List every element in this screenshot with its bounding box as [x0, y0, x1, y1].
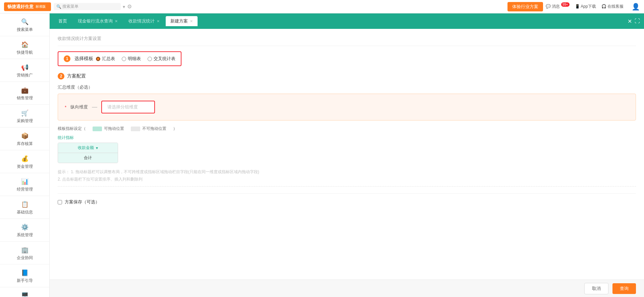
indicator-legend: 模板指标设定（ 可拖动位置 不可拖动位置 ） — [58, 126, 636, 132]
sidebar-item-system[interactable]: ⚙️ 系统管理 — [0, 219, 49, 242]
sidebar-label-finance: 资金管理 — [17, 164, 33, 169]
tab-home[interactable]: 首页 — [54, 16, 72, 26]
tab-receipts-close[interactable]: ✕ — [157, 19, 160, 23]
tab-cashflow[interactable]: 现金银行流水查询 ✕ — [73, 16, 122, 26]
tab-cashflow-label: 现金银行流水查询 — [78, 18, 113, 24]
tip1: 提示： 1. 拖动标题栏可以调整布局，不可跨维度或指标区域拖动栏目字段(只能在同… — [58, 168, 636, 176]
sidebar-item-enterprise[interactable]: 🏢 企业协同 — [0, 242, 49, 264]
page-inner: 收款情况统计方案设置 1 选择模板 汇总表 明细表 — [50, 29, 644, 280]
radio-detail-label: 明细表 — [128, 56, 141, 62]
hardware-icon: 🖥️ — [21, 292, 29, 297]
sidebar-label-guide: 新手引导 — [17, 278, 33, 284]
template-radio-group: 汇总表 明细表 交叉统计表 — [96, 56, 175, 62]
sidebar-item-finance[interactable]: 💰 资金管理 — [0, 150, 49, 173]
radio-summary[interactable]: 汇总表 — [96, 56, 115, 62]
service-btn[interactable]: 🎧 在线客服 — [601, 4, 624, 9]
window-close-icon[interactable]: ✕ — [628, 18, 632, 24]
non-draggable-box — [131, 127, 140, 131]
sidebar-item-basic[interactable]: 📋 基础信息 — [0, 196, 49, 219]
cancel-button[interactable]: 取消 — [584, 283, 608, 294]
guide-icon: 📘 — [21, 269, 29, 277]
tips-section: 提示： 1. 拖动标题栏可以调整布局，不可跨维度或指标区域拖动栏目字段(只能在同… — [58, 168, 636, 183]
page-content: 收款情况统计方案设置 1 选择模板 汇总表 明细表 — [50, 29, 644, 280]
indicator-title: 统计指标 — [58, 135, 636, 141]
indicator-title-text: 统计指标 — [58, 135, 74, 140]
step2-number: 2 — [58, 73, 64, 80]
message-btn[interactable]: 💬 消息 99+ — [546, 4, 570, 9]
tab-new-plan[interactable]: 新建方案 ✕ — [166, 16, 198, 26]
sidebar-item-sales[interactable]: 💼 销售管理 — [0, 82, 49, 105]
tab-cashflow-close[interactable]: ✕ — [115, 19, 118, 23]
sidebar-item-hardware[interactable]: 🖥️ 智能硬件 — [0, 287, 49, 297]
tip2-text: 2. 点击标题栏下拉可设置排序、插入列和删除列 — [58, 177, 143, 182]
download-btn[interactable]: 📱 App下载 — [575, 4, 596, 9]
close-bracket: ） — [173, 126, 177, 132]
inventory-icon: 📦 — [21, 132, 29, 140]
template-section: 1 选择模板 汇总表 明细表 交叉统计表 — [58, 51, 181, 66]
indicator-dropdown-icon[interactable]: ▾ — [96, 146, 98, 150]
sidebar-item-search[interactable]: 🔍 搜索菜单 — [0, 13, 49, 36]
logo-sub: 标准版 — [36, 4, 46, 9]
sidebar-item-guide[interactable]: 📘 新手引导 — [0, 264, 49, 287]
sidebar-item-marketing[interactable]: 📢 营销推广 — [0, 59, 49, 82]
search-box[interactable]: 🔍 搜索菜单 — [54, 3, 121, 10]
dropdown-icon[interactable]: ▾ — [123, 4, 125, 9]
draggable-label: 可拖动位置 — [104, 126, 124, 132]
tab-bar-right: ✕ ⛶ — [628, 18, 640, 24]
radio-summary-input[interactable] — [96, 57, 100, 61]
search-placeholder: 搜索菜单 — [62, 4, 78, 9]
tab-receipts[interactable]: 收款情况统计 ✕ — [124, 16, 164, 26]
finance-icon: 💰 — [21, 155, 29, 162]
dimension-placeholder: 请选择分组维度 — [107, 104, 138, 110]
dimension-label: 汇总维度（必选） — [58, 84, 636, 90]
logo-text: 畅捷通好生意 — [7, 4, 34, 10]
sidebar-item-management[interactable]: 📊 经营管理 — [0, 173, 49, 196]
window-maximize-icon[interactable]: ⛶ — [635, 18, 640, 24]
sidebar-item-inventory[interactable]: 📦 库存核算 — [0, 128, 49, 150]
tip1-text: 1. 拖动标题栏可以调整布局，不可跨维度或指标区域拖动栏目字段(只能在同一维度或… — [71, 169, 259, 174]
sidebar-label-purchase: 采购管理 — [17, 118, 33, 124]
query-button[interactable]: 查询 — [612, 283, 636, 294]
user-avatar[interactable]: 👤 — [632, 3, 640, 11]
tab-bar: 首页 现金银行流水查询 ✕ 收款情况统计 ✕ 新建方案 ✕ ✕ ⛶ — [50, 13, 644, 29]
sidebar-item-home[interactable]: 🏠 快捷导航 — [0, 36, 49, 59]
sidebar-label-home: 快捷导航 — [17, 50, 33, 55]
step1-number: 1 — [64, 55, 70, 62]
settings-icon[interactable]: ⚙ — [127, 3, 132, 10]
radio-detail[interactable]: 明细表 — [122, 56, 141, 62]
management-icon: 📊 — [21, 178, 29, 185]
indicator-config-label: 模板指标设定（ — [58, 126, 86, 132]
radio-summary-label: 汇总表 — [102, 56, 115, 62]
content-area: 首页 现金银行流水查询 ✕ 收款情况统计 ✕ 新建方案 ✕ ✕ ⛶ — [50, 13, 644, 297]
indicator-section: 模板指标设定（ 可拖动位置 不可拖动位置 ） — [58, 126, 636, 163]
trial-button[interactable]: 体验行业方案 — [507, 2, 543, 11]
dimension-select[interactable]: 请选择分组维度 — [101, 101, 155, 113]
sidebar-label-inventory: 库存核算 — [17, 141, 33, 147]
draggable-box — [93, 127, 102, 131]
search-area: 🔍 搜索菜单 ▾ ⚙ — [54, 3, 505, 10]
tips-title: 提示： — [58, 169, 70, 174]
enterprise-icon: 🏢 — [21, 246, 29, 254]
sidebar: 🔍 搜索菜单 🏠 快捷导航 📢 营销推广 💼 销售管理 🛒 采购管理 📦 库存核… — [0, 13, 50, 297]
legend-non-draggable: 不可拖动位置 — [131, 126, 166, 132]
save-label: 方案保存（可选） — [65, 199, 100, 205]
non-draggable-label: 不可拖动位置 — [142, 126, 166, 132]
save-row: 方案保存（可选） — [58, 193, 636, 205]
tab-home-label: 首页 — [58, 18, 67, 23]
radio-detail-input[interactable] — [122, 57, 126, 61]
divider — [58, 186, 636, 187]
sidebar-label-sales: 销售管理 — [17, 95, 33, 101]
save-checkbox[interactable] — [58, 200, 62, 204]
step1-label: 选择模板 — [74, 56, 93, 62]
dimension-box: * 纵向维度 — 请选择分组维度 — [58, 94, 636, 120]
download-label: App下载 — [581, 4, 596, 9]
tab-new-plan-close[interactable]: ✕ — [190, 19, 193, 23]
radio-cross[interactable]: 交叉统计表 — [148, 56, 175, 62]
sidebar-label-enterprise: 企业协同 — [17, 255, 33, 261]
indicator-header-text: 收款金额 — [78, 145, 94, 151]
config-section: 2 方案配置 汇总维度（必选） * 纵向维度 — 请选择分组维度 — [58, 73, 636, 183]
radio-cross-input[interactable] — [148, 57, 152, 61]
sales-icon: 💼 — [21, 87, 29, 94]
radio-cross-label: 交叉统计表 — [154, 56, 175, 62]
sidebar-item-purchase[interactable]: 🛒 采购管理 — [0, 105, 49, 128]
